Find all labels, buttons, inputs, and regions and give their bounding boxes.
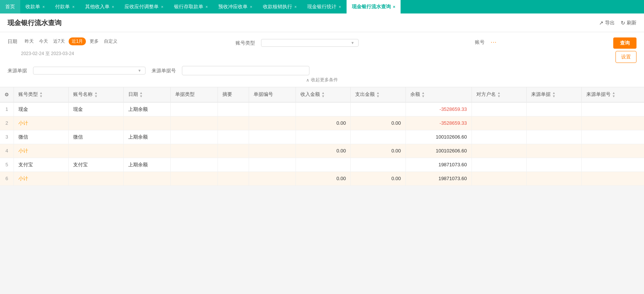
cell-source-doc-no	[581, 116, 644, 130]
source-doc-chevron: ▼	[138, 69, 141, 73]
th-account-name[interactable]: 账号名称▲▼	[69, 87, 123, 102]
header-actions: ↗ 导出 ↻ 刷新	[599, 19, 636, 26]
cell-source-doc-no	[581, 130, 644, 144]
date-opt-today[interactable]: 今天	[38, 37, 50, 45]
right-buttons: 查询 设置	[613, 37, 636, 63]
nav-payments-close[interactable]: ×	[72, 4, 74, 9]
nav-adjustment-label: 应收应付调整单	[125, 3, 159, 10]
cell-balance: 19871073.60	[405, 172, 471, 185]
collapse-label: 收起更多条件	[311, 77, 338, 83]
th-income[interactable]: 收入金额▲▼	[296, 87, 350, 102]
cell-account-name	[69, 116, 123, 130]
th-counterpart[interactable]: 对方户名▲▼	[471, 87, 526, 102]
nav-bank-deposit-close[interactable]: ×	[206, 4, 208, 9]
nav-receipts-close[interactable]: ×	[42, 4, 45, 9]
cell-account-type: 支付宝	[14, 158, 69, 172]
nav-prepay[interactable]: 预收冲应收单 ×	[213, 0, 257, 13]
th-doc-no: 单据编号	[249, 87, 296, 102]
settings-button[interactable]: 设置	[615, 51, 636, 63]
date-opt-7days[interactable]: 近7天	[52, 37, 66, 45]
cell-date	[123, 172, 170, 185]
refresh-label: 刷新	[627, 19, 636, 26]
source-doc-no-label: 来源单据号	[152, 67, 176, 74]
th-account-type[interactable]: 账号类型▲▼	[14, 87, 69, 102]
th-expense[interactable]: 支出金额▲▼	[351, 87, 405, 102]
cell-counterpart	[471, 158, 526, 172]
cell-num: 5	[0, 158, 14, 172]
table-row: 4小计0.000.00100102606.60	[0, 144, 644, 158]
account-type-label: 账号类型	[236, 40, 255, 46]
cell-account-type: 小计	[14, 116, 69, 130]
cell-source-doc	[527, 116, 581, 130]
nav-adjustment-close[interactable]: ×	[161, 4, 163, 9]
cell-account-type: 小计	[14, 172, 69, 185]
th-source-doc-no[interactable]: 来源单据号▲▼	[581, 87, 644, 102]
cell-num: 3	[0, 130, 14, 144]
nav-collection-close[interactable]: ×	[294, 4, 297, 9]
th-date[interactable]: 日期▲▼	[123, 87, 170, 102]
export-button[interactable]: ↗ 导出	[599, 19, 615, 26]
nav-payments[interactable]: 付款单 ×	[50, 0, 80, 13]
nav-home[interactable]: 首页	[0, 0, 20, 13]
collapse-icon: ∧	[306, 78, 309, 83]
date-opt-1month[interactable]: 近1月	[69, 37, 86, 45]
nav-bank-deposit-label: 银行存取款单	[174, 3, 203, 10]
nav-collection[interactable]: 收款核销执行 ×	[258, 0, 302, 13]
source-doc-no-input[interactable]	[182, 66, 309, 75]
nav-adjustment[interactable]: 应收应付调整单 ×	[119, 0, 168, 13]
nav-cash-stats[interactable]: 现金银行统计 ×	[302, 0, 346, 13]
nav-other-income-close[interactable]: ×	[112, 4, 114, 9]
th-source-doc[interactable]: 来源单据▲▼	[527, 87, 581, 102]
date-opt-yesterday[interactable]: 昨天	[23, 37, 35, 45]
nav-other-income[interactable]: 其他收入单 ×	[80, 0, 119, 13]
cell-doc-no	[249, 172, 296, 185]
table-row: 5支付宝支付宝上期余额19871073.60	[0, 158, 644, 172]
th-balance[interactable]: 余额▲▼	[405, 87, 471, 102]
nav-collection-label: 收款核销执行	[263, 3, 292, 10]
cell-expense: 0.00	[351, 116, 405, 130]
source-doc-label: 来源单据	[8, 67, 27, 74]
cell-summary	[218, 158, 249, 172]
cell-doc-no	[249, 158, 296, 172]
source-doc-select[interactable]: ▼	[33, 67, 146, 75]
cell-doc-type	[171, 130, 218, 144]
date-filter-row: 日期 昨天 今天 近7天 近1月 更多 自定义	[8, 37, 119, 45]
data-table: ⚙ 账号类型▲▼ 账号名称▲▼ 日期▲▼ 单据类型 摘要 单据编号 收入金额▲▼	[0, 87, 644, 186]
nav-cash-flow[interactable]: 现金银行流水查询 ×	[347, 0, 401, 13]
cell-date: 上期余额	[123, 102, 170, 116]
cell-balance: 19871073.60	[405, 158, 471, 172]
nav-cash-stats-close[interactable]: ×	[339, 4, 341, 9]
query-button[interactable]: 查询	[613, 37, 636, 49]
cell-doc-type	[171, 102, 218, 116]
export-icon: ↗	[599, 20, 603, 26]
cell-doc-no	[249, 130, 296, 144]
cell-account-name: 支付宝	[69, 158, 123, 172]
cell-balance: -3528659.33	[405, 102, 471, 116]
nav-cash-flow-close[interactable]: ×	[393, 4, 395, 9]
cell-expense	[351, 102, 405, 116]
th-summary: 摘要	[218, 87, 249, 102]
cell-income: 0.00	[296, 116, 350, 130]
account-type-select[interactable]: ▼	[261, 39, 359, 47]
collapse-button[interactable]: ∧ 收起更多条件	[306, 77, 338, 83]
filter-area: 日期 昨天 今天 近7天 近1月 更多 自定义 2023-02-24 至 202…	[0, 32, 644, 87]
cell-account-name	[69, 172, 123, 185]
nav-home-label: 首页	[5, 3, 15, 10]
table-row: 1现金现金上期余额-3528659.33	[0, 102, 644, 116]
cell-balance: -3528659.33	[405, 116, 471, 130]
cell-account-name	[69, 144, 123, 158]
table-row: 2小计0.000.00-3528659.33	[0, 116, 644, 130]
th-gear[interactable]: ⚙	[0, 87, 14, 102]
cell-summary	[218, 172, 249, 185]
nav-prepay-close[interactable]: ×	[250, 4, 252, 9]
account-dots[interactable]: ···	[491, 39, 497, 46]
cell-expense: 0.00	[351, 144, 405, 158]
nav-receipts[interactable]: 收款单 ×	[20, 0, 50, 13]
nav-bank-deposit[interactable]: 银行存取款单 ×	[169, 0, 213, 13]
cell-account-type: 现金	[14, 102, 69, 116]
refresh-button[interactable]: ↻ 刷新	[621, 19, 636, 26]
cell-num: 4	[0, 144, 14, 158]
date-opt-custom[interactable]: 自定义	[102, 37, 119, 45]
date-opt-more[interactable]: 更多	[88, 37, 100, 45]
refresh-icon: ↻	[621, 20, 625, 26]
